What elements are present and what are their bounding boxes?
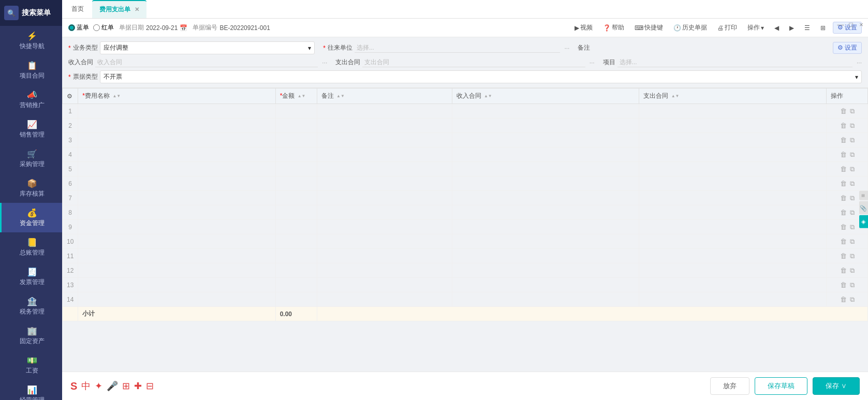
sidebar-item-sales-mgmt[interactable]: 📈销售管理 xyxy=(0,114,62,144)
tab-expense-bill[interactable]: 费用支出单 ✕ xyxy=(92,0,146,18)
expense-contract-cell[interactable] xyxy=(639,191,827,205)
shortcut-button[interactable]: ⌨ 快捷键 xyxy=(631,22,666,33)
remark-cell[interactable] xyxy=(317,133,452,147)
delete-icon[interactable]: 🗑 xyxy=(840,266,847,274)
sidebar-item-purchase-mgmt[interactable]: 🛒采购管理 xyxy=(0,144,62,173)
expense-name-cell[interactable] xyxy=(78,205,275,220)
remark-cell[interactable] xyxy=(317,147,452,162)
remark-cell[interactable] xyxy=(317,234,452,249)
expense-name-cell[interactable] xyxy=(78,234,275,249)
delete-icon[interactable]: 🗑 xyxy=(840,238,847,245)
expense-name-cell[interactable] xyxy=(78,162,275,176)
blue-bill-radio[interactable]: 蓝单 xyxy=(68,23,89,32)
income-contract-cell[interactable] xyxy=(452,205,639,220)
sidebar-item-marketing[interactable]: 📣营销推广 xyxy=(0,85,62,114)
copy-icon[interactable]: ⧉ xyxy=(850,266,855,275)
expense-contract-cell[interactable] xyxy=(639,133,827,147)
remark-cell[interactable] xyxy=(317,162,452,176)
sidebar-item-tax-mgmt[interactable]: 🏦税务管理 xyxy=(0,291,62,321)
partner-more-icon[interactable]: ··· xyxy=(564,45,569,52)
amount-cell[interactable] xyxy=(275,147,317,162)
income-contract-cell[interactable] xyxy=(452,292,639,307)
form-settings-button[interactable]: ⚙ 设置 xyxy=(833,42,862,54)
expense-name-cell[interactable] xyxy=(78,191,275,205)
expense-contract-cell[interactable] xyxy=(639,220,827,234)
expense-name-cell[interactable] xyxy=(78,118,275,133)
copy-icon[interactable]: ⧉ xyxy=(850,252,855,260)
income-contract-more[interactable]: ··· xyxy=(322,59,327,66)
sidebar-item-invoice-mgmt[interactable]: 🧾发票管理 xyxy=(0,262,62,291)
expense-name-cell[interactable] xyxy=(78,147,275,162)
expense-contract-cell[interactable] xyxy=(639,234,827,249)
remark-cell[interactable] xyxy=(317,278,452,292)
calendar-icon[interactable]: 📅 xyxy=(180,24,187,32)
income-contract-cell[interactable] xyxy=(452,118,639,133)
copy-icon[interactable]: ⧉ xyxy=(850,295,855,304)
copy-icon[interactable]: ⧉ xyxy=(850,107,855,115)
sidebar-search-label[interactable]: 搜索菜单 xyxy=(22,8,51,18)
amount-cell[interactable] xyxy=(275,133,317,147)
expense-contract-input[interactable] xyxy=(362,57,585,67)
sort-icons-expense[interactable]: ▲▼ xyxy=(671,94,680,98)
expense-name-cell[interactable] xyxy=(78,292,275,307)
video-button[interactable]: ▶ 视频 xyxy=(571,22,596,33)
sort-icons-amount[interactable]: ▲▼ xyxy=(298,94,306,98)
income-contract-cell[interactable] xyxy=(452,147,639,162)
remark-cell[interactable] xyxy=(317,118,452,133)
sidebar-item-accounting[interactable]: 📒总账管理 xyxy=(0,232,62,262)
copy-icon[interactable]: ⧉ xyxy=(850,209,855,217)
copy-icon[interactable]: ⧉ xyxy=(850,151,855,159)
maximize-button[interactable]: □ xyxy=(846,20,856,29)
copy-icon[interactable]: ⧉ xyxy=(850,223,855,231)
config-icon[interactable]: ⚙ xyxy=(67,93,72,100)
prev-button[interactable]: ◀ xyxy=(771,23,782,33)
sidebar-item-inventory[interactable]: 📦库存核算 xyxy=(0,173,62,203)
expense-contract-cell[interactable] xyxy=(639,205,827,220)
sidebar-item-fixed-assets[interactable]: 🏢固定资产 xyxy=(0,321,62,350)
copy-icon[interactable]: ⧉ xyxy=(850,122,855,130)
sidebar-item-capital-mgmt[interactable]: 💰资金管理 xyxy=(0,203,62,232)
expense-contract-cell[interactable] xyxy=(639,278,827,292)
delete-icon[interactable]: 🗑 xyxy=(840,151,847,158)
income-contract-cell[interactable] xyxy=(452,176,639,191)
amount-cell[interactable] xyxy=(275,249,317,263)
amount-cell[interactable] xyxy=(275,104,317,118)
partner-input[interactable] xyxy=(355,43,561,53)
expense-contract-cell[interactable] xyxy=(639,176,827,191)
remark-cell[interactable] xyxy=(317,104,452,118)
remark-cell[interactable] xyxy=(317,205,452,220)
expense-contract-cell[interactable] xyxy=(639,118,827,133)
amount-cell[interactable] xyxy=(275,278,317,292)
amount-cell[interactable] xyxy=(275,176,317,191)
expense-name-cell[interactable] xyxy=(78,104,275,118)
expense-contract-cell[interactable] xyxy=(639,104,827,118)
expense-contract-cell[interactable] xyxy=(639,147,827,162)
amount-cell[interactable] xyxy=(275,234,317,249)
delete-icon[interactable]: 🗑 xyxy=(840,295,847,303)
delete-icon[interactable]: 🗑 xyxy=(840,165,847,173)
delete-icon[interactable]: 🗑 xyxy=(840,209,847,216)
amount-cell[interactable] xyxy=(275,292,317,307)
search-icon[interactable]: 🔍 xyxy=(4,6,19,20)
expense-name-cell[interactable] xyxy=(78,263,275,278)
remark-cell[interactable] xyxy=(317,176,452,191)
expense-name-cell[interactable] xyxy=(78,220,275,234)
expense-contract-cell[interactable] xyxy=(639,249,827,263)
copy-icon[interactable]: ⧉ xyxy=(850,165,855,173)
amount-cell[interactable] xyxy=(275,220,317,234)
save-draft-button[interactable]: 保存草稿 xyxy=(755,377,807,395)
remark-cell[interactable] xyxy=(317,249,452,263)
grid-view-button[interactable]: ⊞ xyxy=(817,23,829,33)
delete-icon[interactable]: 🗑 xyxy=(840,281,847,289)
next-button[interactable]: ▶ xyxy=(786,23,797,33)
amount-cell[interactable] xyxy=(275,118,317,133)
save-button[interactable]: 保存 ∨ xyxy=(813,377,860,395)
amount-cell[interactable] xyxy=(275,263,317,278)
expense-name-cell[interactable] xyxy=(78,249,275,263)
discard-button[interactable]: 放弃 xyxy=(710,377,749,395)
sort-icons-remark[interactable]: ▲▼ xyxy=(336,94,345,98)
help-button[interactable]: ❓ 帮助 xyxy=(600,22,627,33)
delete-icon[interactable]: 🗑 xyxy=(840,122,847,129)
income-contract-cell[interactable] xyxy=(452,263,639,278)
delete-icon[interactable]: 🗑 xyxy=(840,107,847,115)
